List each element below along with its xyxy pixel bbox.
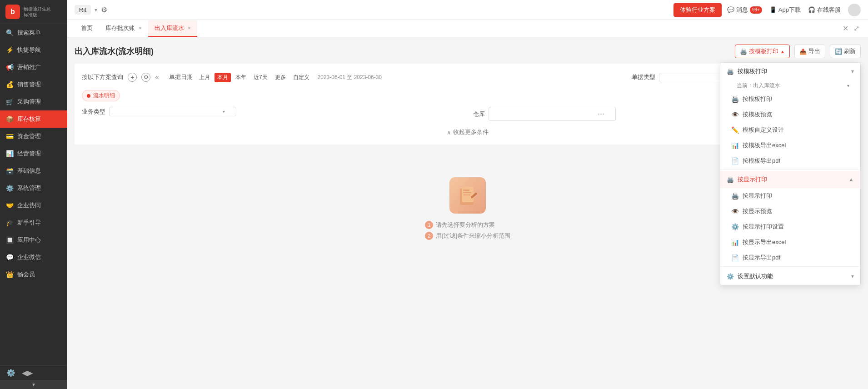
dropdown-item-display-excel[interactable]: 📊 按显示导出excel [720, 234, 860, 250]
sidebar-item-shortcut[interactable]: ⚡ 快捷导航 [0, 41, 67, 59]
sidebar-item-marketing[interactable]: 📢 营销推广 [0, 59, 67, 76]
dropdown-item-display-settings[interactable]: ⚙️ 按显示打印设置 [720, 219, 860, 234]
display-print-arrow: ▲ [848, 176, 854, 183]
user-avatar[interactable] [848, 4, 861, 16]
default-settings-arrow: ▾ [851, 273, 854, 279]
sidebar-item-label: 营销推广 [17, 63, 41, 71]
sidebar-item-search[interactable]: 🔍 搜索菜单 [0, 24, 67, 41]
template-sub-arrow: ▾ [847, 83, 849, 88]
guide-icon: 🎓 [5, 219, 14, 227]
app-logo-icon: b [5, 5, 20, 19]
display-printer-icon: 🖨️ [731, 192, 739, 199]
shortcut-more[interactable]: 更多 [272, 73, 289, 82]
dropdown-item-template-preview[interactable]: 👁️ 按模板预览 [720, 107, 860, 122]
operations-icon: 📊 [5, 150, 14, 158]
dropdown-item-template-pdf[interactable]: 📄 按模板导出pdf [720, 153, 860, 169]
dropdown-item-template-customize[interactable]: ✏️ 模板自定义设计 [720, 122, 860, 138]
header-gear-icon[interactable]: ⚙ [101, 5, 107, 14]
tab-home[interactable]: 首页 [75, 20, 99, 37]
empty-state-svg [456, 184, 479, 207]
sidebar-item-label: 基础信息 [17, 167, 41, 175]
maximize-tab-icon[interactable]: ⤢ [852, 24, 861, 33]
tabs-actions: ✕ ⤢ [841, 24, 861, 33]
trial-btn[interactable]: 体验行业方案 [673, 3, 722, 17]
close-tab-icon[interactable]: ✕ [841, 24, 850, 33]
sidebar-item-label: 新手引导 [17, 219, 41, 227]
sidebar-collapse-icon[interactable]: ◀▶ [22, 369, 33, 377]
display-print-header-label: 按显示打印 [738, 175, 767, 184]
sidebar-item-label: 资金管理 [17, 132, 41, 140]
sidebar-item-basic[interactable]: 🗃️ 基础信息 [0, 162, 67, 180]
date-shortcuts: 上月 本月 本年 近7天 更多 自定义 [196, 73, 312, 82]
dropdown-template-print-header[interactable]: 🖨️ 按模板打印 ▾ [720, 63, 860, 80]
sidebar-item-label: 企业微信 [17, 253, 41, 261]
print-icon: 🖨️ [740, 48, 747, 55]
shortcut-custom[interactable]: 自定义 [290, 73, 312, 82]
app-name: 畅捷通好生意 标准版 [24, 6, 51, 18]
tab-flow[interactable]: 出入库流水 × [148, 20, 197, 37]
doc-type-label: 单据类型 [632, 73, 655, 81]
sidebar-item-label: 企业协同 [17, 201, 41, 209]
app-download-btn[interactable]: 📱 App下载 [769, 6, 801, 14]
sidebar-item-collab[interactable]: 🤝 企业协同 [0, 197, 67, 214]
biz-type-group: 业务类型 ▾ [82, 107, 462, 116]
marketing-icon: 📢 [5, 63, 14, 71]
filter-add-btn[interactable]: + [128, 73, 137, 82]
sidebar-item-sales[interactable]: 💰 销售管理 [0, 76, 67, 93]
sidebar-item-label: 畅会员 [17, 270, 35, 279]
shortcut-this-year[interactable]: 本年 [233, 73, 249, 82]
shortcut-7days[interactable]: 近7天 [251, 73, 270, 82]
refresh-btn[interactable]: 🔄 刷新 [830, 45, 861, 58]
sidebar-item-member[interactable]: 👑 畅会员 [0, 266, 67, 283]
display-preview-icon: 👁️ [731, 208, 739, 215]
dropdown-display-print-header[interactable]: 🖨️ 按显示打印 ▲ [720, 171, 860, 188]
dropdown-default-settings-header[interactable]: ⚙️ 设置默认功能 ▾ [720, 268, 860, 285]
filter-collapse-btn[interactable]: « [155, 73, 159, 81]
sidebar-item-wechat[interactable]: 💬 企业微信 [0, 249, 67, 266]
sidebar-item-finance[interactable]: 💳 资金管理 [0, 128, 67, 145]
export-btn[interactable]: 📤 导出 [794, 45, 825, 58]
dropdown-item-display-print[interactable]: 🖨️ 按显示打印 [720, 188, 860, 204]
preview-icon: 👁️ [731, 111, 739, 118]
online-service-btn[interactable]: 🎧 在线客服 [808, 6, 841, 14]
tab-batch[interactable]: 库存批次账 × [99, 20, 148, 37]
basic-icon: 🗃️ [5, 167, 14, 175]
dropdown-item-template-excel[interactable]: 📊 按模板导出excel [720, 138, 860, 153]
user-dropdown-chevron[interactable]: ▾ [95, 7, 97, 13]
refresh-icon: 🔄 [835, 48, 842, 55]
biz-type-select[interactable]: ▾ [109, 107, 236, 116]
dropdown-item-template-print[interactable]: 🖨️ 按模板打印 [720, 91, 860, 107]
page-actions: 🖨️ 按模板打印 ▲ 📤 导出 🔄 刷新 [735, 45, 861, 58]
dropdown-item-display-pdf[interactable]: 📄 按显示导出pdf [720, 250, 860, 265]
sidebar-item-label: 销售管理 [17, 80, 41, 89]
shortcut-last-month[interactable]: 上月 [196, 73, 213, 82]
tab-flow-close[interactable]: × [188, 25, 191, 31]
default-settings-label: 设置默认功能 [738, 272, 773, 280]
collapse-btn[interactable]: ∧ 收起更多条件 [447, 128, 489, 136]
sidebar-item-operations[interactable]: 📊 经营管理 [0, 145, 67, 162]
sidebar-item-label: 系统管理 [17, 184, 41, 192]
date-field-label: 单据日期 [169, 73, 193, 81]
sales-icon: 💰 [5, 80, 14, 89]
sidebar-item-purchase[interactable]: 🛒 采购管理 [0, 93, 67, 110]
print-btn[interactable]: 🖨️ 按模板打印 ▲ [735, 45, 790, 58]
sidebar-item-inventory[interactable]: 📦 库存核算 [0, 110, 67, 128]
sidebar-item-apps[interactable]: 🔲 应用中心 [0, 231, 67, 249]
dropdown-item-display-preview[interactable]: 👁️ 按显示预览 [720, 204, 860, 219]
tab-batch-close[interactable]: × [139, 25, 142, 31]
page-title-bar: 出入库流水(流水明细) 🖨️ 按模板打印 ▲ 📤 导出 🔄 刷新 [75, 45, 861, 58]
shortcut-this-month[interactable]: 本月 [215, 73, 231, 82]
sidebar-scroll-down[interactable]: ▼ [0, 380, 67, 389]
sidebar-item-label: 经营管理 [17, 150, 41, 158]
apps-icon: 🔲 [5, 236, 14, 244]
filter-settings-btn[interactable]: ⚙ [141, 73, 150, 82]
empty-state-steps: 1 请先选择要分析的方案 2 用[过滤]条件来缩小分析范围 [425, 221, 510, 243]
warehouse-more[interactable]: ··· [598, 109, 604, 119]
sidebar-item-guide[interactable]: 🎓 新手引导 [0, 214, 67, 231]
warehouse-select[interactable]: ··· [489, 107, 616, 121]
sidebar-item-system[interactable]: ⚙️ 系统管理 [0, 180, 67, 197]
sidebar-settings-icon[interactable]: ⚙️ [6, 369, 15, 377]
svg-rect-4 [463, 194, 470, 195]
message-btn[interactable]: 💬 消息 99+ [727, 6, 762, 14]
filter-chip[interactable]: 流水明细 [82, 90, 120, 101]
